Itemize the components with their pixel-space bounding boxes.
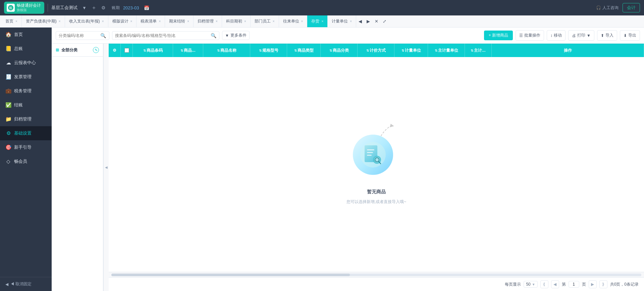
app-name: 畅捷通好会计 xyxy=(17,3,41,8)
th-barcode: ⇅ 商品条码 xyxy=(133,44,173,57)
tab-close-balance[interactable]: × xyxy=(59,19,61,23)
sidebar-item-invoice[interactable]: 🧾 发票管理 xyxy=(0,70,52,84)
settings-gear-icon: ⚙ xyxy=(5,130,11,136)
tab-period-close[interactable]: 期末结转 × xyxy=(165,15,194,28)
tab-close-subject[interactable]: × xyxy=(244,19,246,23)
tab-close-dept[interactable]: × xyxy=(273,19,275,23)
last-page-button[interactable]: ⟫ xyxy=(599,280,607,288)
sidebar-item-cloud[interactable]: ☁ 云报表中心 xyxy=(0,56,52,70)
tab-dept[interactable]: 部门员工 × xyxy=(251,15,279,28)
th-spec: ⇅ 规格型号 xyxy=(250,44,287,57)
sort-mainunit-icon[interactable]: ⇅ xyxy=(435,49,437,52)
sort-price-icon[interactable]: ⇅ xyxy=(366,49,369,52)
tab-contacts[interactable]: 往来单位 × xyxy=(279,15,308,28)
tab-close-template[interactable]: × xyxy=(130,19,132,23)
app-logo-icon: 账 xyxy=(7,4,15,12)
page-input[interactable] xyxy=(569,281,579,288)
sidebar-item-member[interactable]: ◇ 畅会员 xyxy=(0,154,52,168)
table-area: ⚙ ⇅ 商品条码 ⇅ 商品... ⇅ 商品名称 xyxy=(109,44,644,291)
tab-archive[interactable]: 归档管理 × xyxy=(194,15,222,28)
svg-rect-8 xyxy=(367,155,372,156)
edit-category-icon[interactable]: ✎ xyxy=(93,47,99,53)
total-records-label: 共0页，0条记录 xyxy=(610,282,639,287)
first-page-button[interactable]: ⟪ xyxy=(540,280,548,288)
product-search-input[interactable] xyxy=(115,33,209,38)
sort-spec-icon[interactable]: ⇅ xyxy=(259,49,262,52)
sidebar-item-basic-settings[interactable]: ⚙ 基础设置 xyxy=(0,126,52,140)
page-size-value: 50 xyxy=(526,282,530,287)
tab-close-home[interactable]: × xyxy=(15,19,17,23)
add-tab-button[interactable]: ＋ xyxy=(90,4,98,11)
tab-close-tax[interactable]: × xyxy=(159,19,161,23)
horizontal-scrollbar[interactable] xyxy=(109,272,644,277)
sort-barcode-icon[interactable]: ⇅ xyxy=(143,49,146,52)
page-size-select[interactable]: 50 ▼ xyxy=(524,281,537,288)
calendar-icon[interactable]: 📅 xyxy=(144,5,149,10)
select-all-checkbox[interactable] xyxy=(124,48,129,53)
sort-cat-icon[interactable]: ⇅ xyxy=(329,49,332,52)
tab-close-all-button[interactable]: ✕ xyxy=(372,15,380,28)
tab-expand-button[interactable]: ⤢ xyxy=(380,15,388,28)
sidebar-item-close[interactable]: ✅ 结账 xyxy=(0,98,52,112)
sort-code-icon[interactable]: ⇅ xyxy=(180,49,183,52)
tab-nav-prev[interactable]: ◀ xyxy=(356,15,364,28)
company-dropdown-icon[interactable]: ▼ xyxy=(82,5,87,10)
move-button[interactable]: ↕ 移动 xyxy=(547,30,566,41)
batch-operation-button[interactable]: ☰ 批量操作 xyxy=(516,30,544,41)
export-button[interactable]: ⬇ 导出 xyxy=(620,30,640,41)
sort-unit-icon[interactable]: ⇅ xyxy=(401,49,404,52)
add-product-button[interactable]: + 新增商品 xyxy=(484,31,513,40)
sidebar-item-guide[interactable]: 🎯 新手引导 xyxy=(0,140,52,154)
tab-close-period[interactable]: × xyxy=(187,19,189,23)
tab-close-inventory[interactable]: × xyxy=(321,19,323,23)
settings-icon[interactable]: ⚙ xyxy=(101,5,106,10)
tab-income[interactable]: 收入支出表(年报) × xyxy=(65,15,108,28)
sort-name-icon[interactable]: ⇅ xyxy=(217,49,220,52)
th-checkbox[interactable] xyxy=(121,44,133,57)
tab-home[interactable]: 首页 × xyxy=(1,15,22,28)
account-button[interactable]: 会计 xyxy=(623,3,640,12)
sort-type-icon[interactable]: ⇅ xyxy=(294,49,297,52)
sidebar-item-ledger[interactable]: 📒 总账 xyxy=(0,42,52,56)
pagination-bar: 每页显示 50 ▼ ⟪ ◀ 第 页 ▶ ⟫ 共0页，0条记录 xyxy=(109,277,644,291)
tab-nav-next[interactable]: ▶ xyxy=(364,15,372,28)
table-body: 暂无商品 您可以选择新增,或者直接导入哦~ xyxy=(109,57,644,272)
tab-close-income[interactable]: × xyxy=(102,19,104,23)
sidebar-item-tax[interactable]: 💼 税务管理 xyxy=(0,84,52,98)
tab-balance-sheet[interactable]: 资产负债表(中期) × xyxy=(22,15,65,28)
product-search-bar[interactable]: 🔍 xyxy=(112,31,219,40)
cloud-icon: ☁ xyxy=(5,60,11,66)
sort-mainsub-icon[interactable]: ⇅ xyxy=(471,49,473,52)
content-area: 🔍 🔍 ▼ 更多条件 + 新增商品 ☰ 批量操作 ↕ 移动 xyxy=(52,28,644,291)
sidebar-unpin-button[interactable]: ◀ ◀ 取消固定 xyxy=(0,277,52,291)
sidebar-item-archive[interactable]: 📁 归档管理 xyxy=(0,112,52,126)
sidebar-item-home[interactable]: 🏠 首页 xyxy=(0,28,52,42)
tab-template[interactable]: 模版设计 × xyxy=(108,15,137,28)
tab-close-archive[interactable]: × xyxy=(216,19,218,23)
tab-unit[interactable]: 计量单位 × xyxy=(328,15,356,28)
category-search-icon[interactable]: 🔍 xyxy=(100,33,106,38)
empty-state: 暂无商品 您可以选择新增,或者直接导入哦~ xyxy=(346,125,407,205)
tab-inventory[interactable]: 存货 × xyxy=(307,15,328,28)
category-search-input[interactable] xyxy=(59,33,99,38)
customer-service-btn[interactable]: 🎧 人工咨询 xyxy=(596,5,619,11)
next-page-button[interactable]: ▶ xyxy=(589,280,597,288)
scroll-thumb[interactable] xyxy=(111,274,350,276)
home-icon: 🏠 xyxy=(5,32,11,38)
print-button[interactable]: 🖨 打印 ▼ xyxy=(568,30,594,41)
filter-button[interactable]: ▼ 更多条件 xyxy=(222,31,250,40)
tab-tax[interactable]: 税表清单 × xyxy=(137,15,165,28)
th-price-method: ⇅ 计价方式 xyxy=(358,44,394,57)
tab-close-contacts[interactable]: × xyxy=(301,19,303,23)
empty-illustration xyxy=(346,125,407,185)
import-button[interactable]: ⬆ 导入 xyxy=(597,30,617,41)
divider xyxy=(48,4,48,12)
tab-close-unit[interactable]: × xyxy=(350,19,352,23)
empty-illustration-img xyxy=(353,135,393,175)
left-panel-toggle[interactable]: ◀ xyxy=(103,44,109,291)
category-search-bar[interactable]: 🔍 xyxy=(56,31,109,40)
prev-page-button[interactable]: ◀ xyxy=(551,280,559,288)
product-search-icon[interactable]: 🔍 xyxy=(211,33,216,38)
th-settings[interactable]: ⚙ xyxy=(109,44,121,57)
tab-subject[interactable]: 科目期初 × xyxy=(222,15,251,28)
